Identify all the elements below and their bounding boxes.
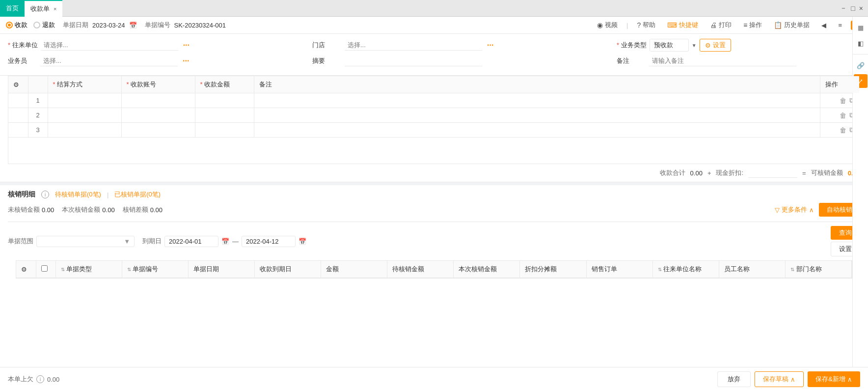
store-input[interactable] <box>345 40 482 51</box>
bt-th-settings[interactable]: ⚙ <box>16 261 36 278</box>
prev-icon: ◀ <box>821 22 826 29</box>
tab-receipt[interactable]: 收款单 × <box>25 0 62 17</box>
td-amount-1[interactable] <box>195 93 254 108</box>
bt-th-current: 本次核销金额 <box>454 261 520 278</box>
td-account-3[interactable] <box>121 123 195 138</box>
plus-sign: + <box>707 169 711 177</box>
tab-pending[interactable]: 待核销单据(0笔) <box>55 190 101 199</box>
stat-unverified: 未核销金额 0.00 <box>8 205 54 214</box>
calendar-icon[interactable]: 📅 <box>129 22 137 29</box>
td-settlement-1[interactable] <box>48 93 121 108</box>
save-draft-btn[interactable]: 保存草稿 ∧ <box>755 371 804 387</box>
date-start-input[interactable] <box>164 236 218 247</box>
select-all-checkbox[interactable] <box>41 265 48 272</box>
window-minimize[interactable]: － <box>840 4 847 13</box>
bt-pending-label: 待核销金额 <box>392 265 424 273</box>
delete-icon-3[interactable]: 🗑 <box>840 126 846 134</box>
diff-label: 核销差额 <box>123 205 148 214</box>
radio-tuikuan[interactable]: 退款 <box>33 21 55 29</box>
more-conditions-btn[interactable]: ▽ 更多条件 ∧ <box>775 205 814 214</box>
radio-shoukuan[interactable]: 收款 <box>6 21 27 29</box>
business-type-label: 业务类型 <box>617 41 647 50</box>
business-type-value: 预收款 <box>650 39 689 52</box>
td-amount-2[interactable] <box>195 108 254 123</box>
summary-row: 收款合计 0.00 + 现金折扣: = 可核销金额 0.00 <box>0 164 868 182</box>
save-new-chevron: ∧ <box>847 376 852 383</box>
business-type-chevron[interactable]: ▼ <box>692 43 697 48</box>
equal-sign: = <box>802 169 806 177</box>
list-icon: ≡ <box>838 22 842 29</box>
th-amount: 收款金额 <box>195 76 254 93</box>
unverified-value: 0.00 <box>42 206 54 214</box>
range-chevron-icon: ▼ <box>124 238 130 245</box>
tab-home[interactable]: 首页 <box>0 0 25 17</box>
filter-row: 单据范围 ▼ 到期日 📅 — 📅 查询 设置 <box>8 222 860 260</box>
bt-th-due-date: 收款到期日 <box>254 261 321 278</box>
staff-more-btn[interactable]: ··· <box>183 56 189 65</box>
window-maximize[interactable]: □ <box>851 4 855 12</box>
save-new-btn[interactable]: 保存&新增 ∧ <box>808 371 860 387</box>
btn-operate-label: 操作 <box>749 21 762 29</box>
td-amount-3[interactable] <box>195 123 254 138</box>
discard-btn[interactable]: 放弃 <box>717 371 751 387</box>
btn-video[interactable]: ◉ 视频 <box>594 20 621 30</box>
bt-th-counterparty: ⇅ 往来单位名称 <box>652 261 719 278</box>
btn-operate[interactable]: ≡ 操作 <box>740 20 765 30</box>
summary-label: 摘要 <box>312 56 342 65</box>
calendar-end-icon[interactable]: 📅 <box>298 238 306 245</box>
available-label: 可核销金额 <box>811 168 843 177</box>
current-footer-value: 0.00 <box>47 376 59 383</box>
sidebar-icon-2[interactable]: ◧ <box>854 36 868 50</box>
verification-stats: 未核销金额 0.00 本次核销金额 0.00 核销差额 0.00 ▽ 更多条件 … <box>8 203 860 217</box>
th-row-num <box>28 76 48 93</box>
range-select[interactable]: ▼ <box>36 236 135 247</box>
staff-label: 业务员 <box>8 56 37 65</box>
td-notes-2[interactable] <box>254 108 820 123</box>
th-settlement: 结算方式 <box>48 76 121 93</box>
th-actions: 操作 <box>820 76 860 93</box>
store-more-btn[interactable]: ··· <box>487 41 493 50</box>
counterparty-more-btn[interactable]: ··· <box>183 41 190 50</box>
staff-input[interactable] <box>40 56 178 66</box>
tab-receipt-close[interactable]: × <box>54 6 56 12</box>
notes-input[interactable] <box>649 56 796 66</box>
calendar-start-icon[interactable]: 📅 <box>221 238 229 245</box>
sidebar-icon-1[interactable]: ▦ <box>854 21 868 34</box>
verification-info-icon[interactable]: i <box>41 191 49 198</box>
td-settings <box>8 93 28 108</box>
table-row: 2 🗑 ⧉ <box>8 108 860 123</box>
td-notes-3[interactable] <box>254 123 820 138</box>
date-end-input[interactable] <box>242 236 296 247</box>
btn-shortcut[interactable]: ⌨ 快捷键 <box>664 20 701 30</box>
tab-completed[interactable]: 已核销单据(0笔) <box>114 190 161 199</box>
td-settlement-3[interactable] <box>48 123 121 138</box>
filter-icon: ▽ <box>775 206 780 214</box>
bt-th-sales: 销售订单 <box>586 261 652 278</box>
amount-label: 收款金额 <box>204 81 230 88</box>
btn-history[interactable]: 📋 历史单据 <box>771 20 813 30</box>
btn-help[interactable]: ? 帮助 <box>634 20 658 30</box>
delete-icon-2[interactable]: 🗑 <box>840 112 846 119</box>
footer-info-icon[interactable]: i <box>36 375 44 383</box>
window-close[interactable]: × <box>859 4 863 12</box>
btn-prev[interactable]: ◀ <box>818 21 829 30</box>
field-counterparty: 往来单位 ··· <box>8 40 312 51</box>
btn-list[interactable]: ≡ <box>835 21 845 30</box>
radio-group: 收款 退款 <box>6 21 55 29</box>
sidebar-icon-3[interactable]: 🔗 <box>854 58 868 72</box>
summary-input[interactable] <box>345 56 482 66</box>
save-new-label: 保存&新增 <box>815 375 845 384</box>
counterparty-input[interactable] <box>41 40 178 51</box>
radio-tuikuan-dot <box>33 22 40 28</box>
td-notes-1[interactable] <box>254 93 820 108</box>
td-settlement-2[interactable] <box>48 108 121 123</box>
discount-input[interactable] <box>748 168 797 178</box>
btn-print[interactable]: 🖨 打印 <box>707 20 734 30</box>
th-settings[interactable]: ⚙ <box>8 76 28 93</box>
due-date-label: 到期日 <box>142 237 162 246</box>
form-settings-btn[interactable]: ⚙ 设置 <box>700 39 731 52</box>
td-account-1[interactable] <box>121 93 195 108</box>
unverified-label: 未核销金额 <box>8 205 40 214</box>
td-account-2[interactable] <box>121 108 195 123</box>
delete-icon-1[interactable]: 🗑 <box>840 97 846 105</box>
